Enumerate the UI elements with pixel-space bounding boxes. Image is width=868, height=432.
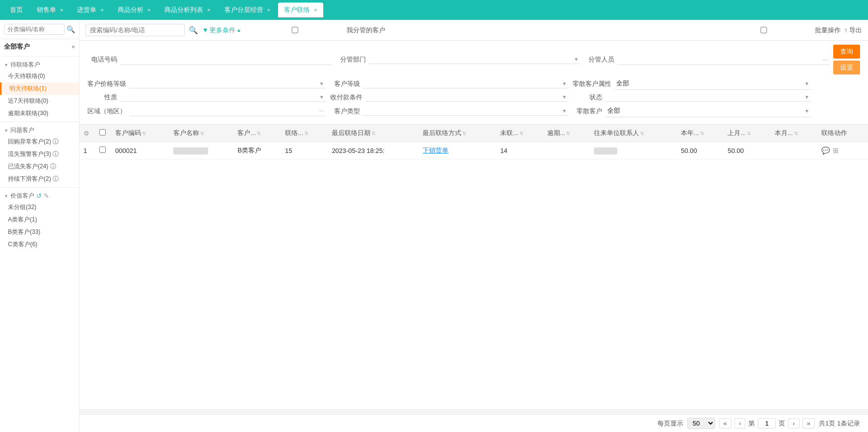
filter-region-select[interactable]: ··· (129, 106, 326, 116)
sort-contact-icon[interactable]: ⇅ (304, 131, 308, 136)
sidebar-search-container: 🔍 (0, 20, 79, 39)
sidebar-item-class-c[interactable]: C类客户(6) (0, 238, 79, 251)
nav-home[interactable]: 首页 (4, 2, 29, 17)
row-this-year: 50.00 (677, 142, 723, 159)
value-group-refresh-icon[interactable]: ↺ (36, 192, 42, 200)
row-select-checkbox[interactable] (99, 146, 106, 153)
my-customers-checkbox[interactable]: 我分管的客户 (245, 26, 385, 35)
sort-unit-contact-icon[interactable]: ⇅ (640, 131, 644, 136)
filter-scatter-customer-select[interactable]: 全部 ▼ (605, 105, 811, 117)
filter-price-level-select[interactable]: ▼ (129, 79, 326, 88)
filter-scatter-attr-label: 零散客户属性 (573, 79, 611, 88)
close-customer-contact-tab[interactable]: × (314, 7, 317, 13)
sort-overdue-icon[interactable]: ⇅ (566, 131, 570, 136)
next-page-btn[interactable]: › (788, 418, 799, 429)
query-button[interactable]: 查询 (833, 45, 860, 59)
sort-last-method-icon[interactable]: ⇅ (462, 131, 466, 136)
filter-dept-label: 分管部门 (336, 55, 366, 64)
per-page-select[interactable]: 50 100 200 (687, 418, 715, 429)
filter-customer-type-select[interactable]: ▼ (363, 107, 569, 116)
page-navigation: « ‹ 第 页 › » (719, 418, 815, 429)
sort-name-icon[interactable]: ⇅ (200, 131, 204, 136)
sidebar-item-7days[interactable]: 近7天待联络(0) (0, 95, 79, 107)
sidebar-item-ungrouped[interactable]: 未分组(32) (0, 201, 79, 214)
row-last-date: 2023-05-23 18:25: (328, 142, 419, 159)
main-layout: 🔍 全部客户 « 待联络客户 今天待联络(0) 明天待联络(1) 近7天待联络(… (0, 20, 868, 432)
sidebar-item-overdue[interactable]: 逾期未联络(30) (0, 107, 79, 120)
filter-status-select[interactable]: ▼ (605, 93, 811, 102)
export-btn[interactable]: ↑ 导出 (845, 26, 863, 35)
filter-nature-select[interactable]: ▼ (120, 93, 326, 102)
sidebar-item-churned[interactable]: 已流失客户(24) ⓘ (0, 160, 79, 173)
close-analysis-list-tab[interactable]: × (207, 7, 210, 13)
close-sales-tab[interactable]: × (60, 7, 63, 13)
filter-search-icon[interactable]: 🔍 (189, 26, 198, 35)
sidebar-group-value: 价值客户 ↺ ✎ (0, 190, 79, 201)
sort-this-month-icon[interactable]: ⇅ (794, 131, 798, 136)
filter-scatter-attr-select[interactable]: 全部 ▼ (614, 77, 811, 90)
chevron-price-icon: ▼ (319, 81, 324, 86)
chevron-type-icon: ▼ (562, 108, 567, 114)
filter-manager-select[interactable]: ··· (617, 55, 829, 65)
filter-status-label: 状态 (573, 93, 602, 102)
grid-icon[interactable]: ⊞ (833, 146, 839, 154)
last-method-link[interactable]: 下销货单 (423, 146, 448, 154)
value-group-edit-icon[interactable]: ✎ (44, 192, 49, 200)
nav-tab-customer-contact[interactable]: 客户联络 × (278, 2, 323, 17)
nav-tab-customer-tier[interactable]: 客户分层经营 × (218, 2, 276, 17)
close-customer-tier-tab[interactable]: × (267, 7, 270, 13)
sort-uncontacted-icon[interactable]: ⇅ (519, 131, 523, 136)
sidebar-item-repurchase-abnormal[interactable]: 回购异常客户(2) ⓘ (0, 136, 79, 148)
sidebar-item-today[interactable]: 今天待联络(0) (0, 70, 79, 82)
sidebar-item-class-b[interactable]: B类客户(33) (0, 226, 79, 238)
table-row: 1 000021 ████████ B类客户 15 2023-05-23 18:… (79, 142, 868, 159)
filter-bar-right: 批量操作 ↑ 导出 (714, 26, 863, 35)
prev-page-btn[interactable]: ‹ (734, 418, 745, 429)
sort-last-date-icon[interactable]: ⇅ (371, 131, 375, 136)
sidebar-item-declining[interactable]: 持续下滑客户(2) ⓘ (0, 173, 79, 185)
nav-tab-purchase[interactable]: 进货单 × (71, 2, 109, 17)
sort-this-year-icon[interactable]: ⇅ (700, 131, 704, 136)
sort-code-icon[interactable]: ⇅ (142, 131, 146, 136)
settings-button[interactable]: 设置 (833, 61, 860, 74)
row-uncontacted: 14 (496, 142, 543, 159)
select-all-checkbox[interactable] (99, 129, 106, 136)
nav-tab-analysis-list[interactable]: 商品分析列表 × (158, 2, 216, 17)
sidebar-search-icon[interactable]: 🔍 (67, 25, 75, 33)
nav-tab-sales[interactable]: 销售单 × (31, 2, 69, 17)
chevron-level-icon: ▼ (562, 81, 567, 86)
last-page-btn[interactable]: » (802, 418, 815, 429)
filter-payment-select[interactable]: ▼ (365, 93, 569, 102)
filter-dept-select[interactable]: ▼ (369, 55, 581, 64)
chevron-attr-icon: ▼ (804, 81, 809, 86)
filter-customer-level-select[interactable]: ▼ (363, 79, 569, 88)
sidebar-item-churn-warning[interactable]: 流失预警客户(3) ⓘ (0, 148, 79, 160)
filter-scatter-customer-label: 零散客户 (573, 107, 602, 116)
more-filter-btn[interactable]: ▼ 更多条件 ▲ (202, 26, 241, 35)
page-input[interactable] (758, 418, 776, 429)
my-customers-check[interactable] (245, 27, 345, 33)
close-purchase-tab[interactable]: × (100, 7, 103, 13)
comment-icon[interactable]: 💬 (821, 146, 830, 154)
sidebar-item-class-a[interactable]: A类客户(1) (0, 214, 79, 226)
horizontal-scrollbar[interactable] (79, 409, 868, 414)
filter-status: 状态 ▼ (573, 93, 811, 102)
filter-payment: 收付款条件 ▼ (330, 93, 569, 102)
batch-op-check[interactable] (714, 27, 813, 33)
customer-table-container: ⚙ 客户编码 ⇅ 客户名称 (79, 125, 868, 409)
sort-last-month-icon[interactable]: ⇅ (747, 131, 751, 136)
ellipsis-region-icon: ··· (319, 107, 324, 114)
first-page-btn[interactable]: « (719, 418, 731, 429)
gear-icon[interactable]: ⚙ (83, 130, 89, 137)
nav-tab-analysis[interactable]: 商品分析 × (112, 2, 156, 17)
sidebar-search-input[interactable] (4, 24, 65, 35)
search-input[interactable] (85, 24, 185, 36)
filter-phone-input[interactable] (120, 54, 332, 65)
batch-op-btn[interactable]: 批量操作 (714, 26, 841, 35)
sort-type-icon[interactable]: ⇅ (257, 131, 261, 136)
chevron-payment-icon: ▼ (562, 94, 567, 100)
sidebar-item-tomorrow[interactable]: 明天待联络(1) (0, 82, 79, 95)
sidebar-all-customers[interactable]: 全部客户 « (0, 39, 79, 54)
close-analysis-tab[interactable]: × (147, 7, 150, 13)
sidebar-collapse-icon: « (72, 43, 75, 50)
